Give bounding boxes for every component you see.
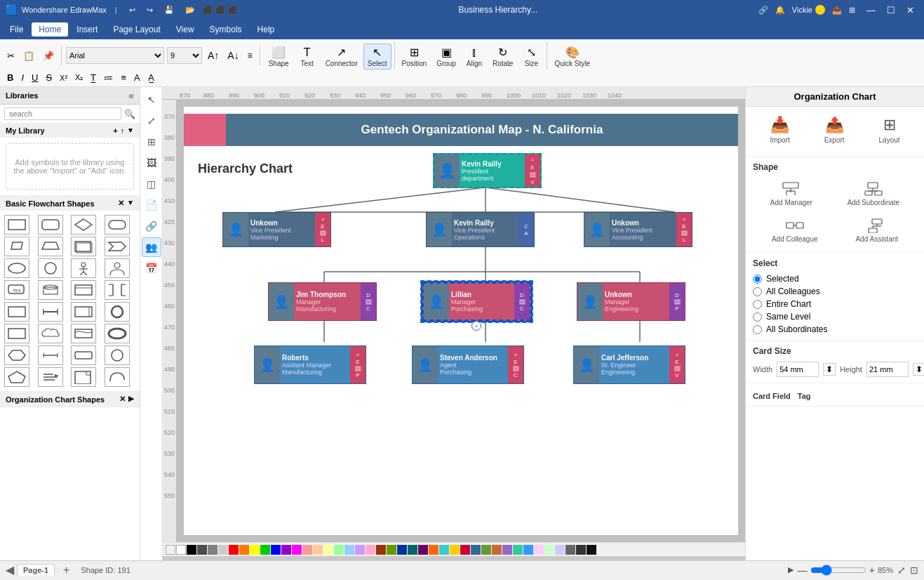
height-input[interactable] xyxy=(866,362,909,377)
font-family-select[interactable]: Arial Times New Roman Calibri xyxy=(66,47,164,64)
minimize-icon[interactable]: — xyxy=(862,4,880,17)
prev-page-btn[interactable]: ◀ xyxy=(6,563,14,576)
side-grid-icon[interactable]: ⊞ xyxy=(142,132,161,152)
text-tool-btn[interactable]: T Text xyxy=(295,44,320,70)
quick-style-btn[interactable]: 🎨 Quick Style xyxy=(550,44,594,70)
pale-pink-swatch[interactable] xyxy=(534,545,544,555)
shape-cylinder[interactable] xyxy=(38,280,63,300)
shape-lines[interactable] xyxy=(38,367,63,387)
import-btn[interactable]: 📥 Import xyxy=(763,112,796,147)
org-node-mgr1[interactable]: 👤 Jim Thompson Manager Manufacturing D▢C xyxy=(268,282,377,321)
shape-tool-btn[interactable]: ⬜ Shape xyxy=(265,44,293,70)
red-swatch[interactable] xyxy=(229,545,239,555)
bullet-btn[interactable]: ≡ xyxy=(118,71,129,84)
entire-chart-radio[interactable] xyxy=(753,300,762,309)
bell-icon[interactable]: 🔔 xyxy=(775,6,785,15)
green-swatch[interactable] xyxy=(260,545,270,555)
steel-blue-swatch[interactable] xyxy=(471,545,481,555)
menu-view[interactable]: View xyxy=(169,22,201,37)
text-style-btn[interactable]: T̲ xyxy=(88,71,99,84)
near-black-swatch[interactable] xyxy=(587,545,596,555)
share-btn[interactable]: 📤 xyxy=(832,6,842,15)
org-node-mgr3[interactable]: 👤 Unkown Manager Engineering D▢P xyxy=(577,282,685,321)
dark-purple-swatch[interactable] xyxy=(418,545,428,555)
shape-circle2[interactable] xyxy=(105,345,130,365)
add-manager-btn[interactable]: Add Manager xyxy=(765,178,817,210)
add-assistant-btn[interactable]: Add Assistant xyxy=(850,214,903,246)
side-links-icon[interactable]: 🔗 xyxy=(142,216,161,236)
side-timeline-icon[interactable]: 📅 xyxy=(142,258,161,278)
menu-help[interactable]: Help xyxy=(250,22,282,37)
close-org-chart[interactable]: ✕ xyxy=(119,395,126,404)
shape-trapezoid[interactable] xyxy=(38,237,63,256)
add-colleague-btn[interactable]: Add Colleague xyxy=(767,214,823,246)
all-subordinates-option[interactable]: All Subordinates xyxy=(753,324,917,334)
yellow-swatch[interactable] xyxy=(250,545,260,555)
add-subordinate-btn[interactable]: Add Subordinate xyxy=(843,178,905,210)
entire-chart-option[interactable]: Entire Chart xyxy=(753,299,917,309)
side-image-icon[interactable]: 🖼 xyxy=(142,153,161,173)
moss-swatch[interactable] xyxy=(481,545,491,555)
dark-charcoal-swatch[interactable] xyxy=(576,545,586,555)
org-node-mgr2[interactable]: 👤 Lillian Manager Purchasing D▢C xyxy=(422,282,531,321)
shape-dbl-arrow[interactable] xyxy=(38,345,63,365)
gold-swatch[interactable] xyxy=(450,545,460,555)
shape-arc[interactable] xyxy=(105,367,130,387)
light-yellow-swatch[interactable] xyxy=(323,545,333,555)
blue-swatch[interactable] xyxy=(271,545,281,555)
font-size-select[interactable]: 91011121416 xyxy=(167,47,202,64)
undo-btn[interactable]: ↩ xyxy=(126,4,139,16)
violet-swatch[interactable] xyxy=(502,545,512,555)
medium-gray-swatch[interactable] xyxy=(565,545,575,555)
shape-rect[interactable] xyxy=(4,215,29,235)
menu-page-layout[interactable]: Page Layout xyxy=(106,22,167,37)
width-input[interactable] xyxy=(777,362,819,377)
dark-orange-swatch[interactable] xyxy=(429,545,438,555)
shape-rect4[interactable] xyxy=(71,345,96,365)
cut-btn[interactable]: ✂ xyxy=(4,49,18,62)
pale-green-swatch[interactable] xyxy=(544,545,554,555)
rotate-btn[interactable]: ↻ Rotate xyxy=(488,44,517,70)
save-icon[interactable]: 💾 xyxy=(161,4,178,16)
group-btn[interactable]: ▣ Group xyxy=(432,44,460,70)
lavender-swatch[interactable] xyxy=(355,545,365,555)
menu-insert[interactable]: Insert xyxy=(69,22,105,37)
same-level-option[interactable]: Same Level xyxy=(753,312,917,322)
teal-swatch[interactable] xyxy=(408,545,417,555)
peach-swatch[interactable] xyxy=(313,545,323,555)
strikethrough-btn[interactable]: S xyxy=(43,71,55,84)
shape-bold-circle[interactable] xyxy=(105,302,130,322)
menu-symbols[interactable]: Symbols xyxy=(203,22,249,37)
zoom-in-btn[interactable]: + xyxy=(869,565,875,576)
side-org-icon[interactable]: 👥 xyxy=(142,237,161,257)
org-node-vp2[interactable]: 👤 Kevin Railly Vice President Operations… xyxy=(426,212,535,247)
diagram-area[interactable]: Gentech Organizational Map - N. Californ… xyxy=(177,100,745,542)
shape-rounded-rect2[interactable] xyxy=(105,215,130,235)
font-increase-btn[interactable]: A↑ xyxy=(205,48,222,62)
shape-wave-rect[interactable] xyxy=(71,324,96,343)
side-expand-icon[interactable]: ⤢ xyxy=(142,111,161,131)
shape-hexagon[interactable] xyxy=(4,345,29,365)
gray-swatch[interactable] xyxy=(208,545,217,555)
align-btn[interactable]: ≡ xyxy=(245,49,255,62)
crimson-swatch[interactable] xyxy=(460,545,470,555)
selected-option[interactable]: Selected xyxy=(753,274,917,284)
shape-rect-scroll[interactable] xyxy=(71,302,96,322)
add-page-btn[interactable]: + xyxy=(59,564,74,576)
bold-btn[interactable]: B xyxy=(4,71,16,84)
all-colleagues-option[interactable]: All Colleagues xyxy=(753,286,917,296)
black-swatch[interactable] xyxy=(187,545,196,555)
seafoam-swatch[interactable] xyxy=(513,545,523,555)
org-node-vp1[interactable]: 👤 Unkown Vice President Marketing =E▢L xyxy=(222,212,331,247)
connector-tool-btn[interactable]: ↗ Connector xyxy=(321,44,362,70)
shape-note[interactable] xyxy=(71,367,96,387)
height-stepper[interactable]: ⬍ xyxy=(913,363,924,376)
shape-rect-plain[interactable] xyxy=(4,302,29,322)
import-lib-icon[interactable]: ↑ xyxy=(121,126,125,135)
brown-swatch[interactable] xyxy=(376,545,386,555)
zoom-out-btn[interactable]: — xyxy=(798,565,808,576)
select-tool-btn[interactable]: ↖ Select xyxy=(363,44,391,70)
export-btn[interactable]: 📤 Export xyxy=(818,112,851,147)
play-btn[interactable]: ▶ xyxy=(788,565,794,574)
menu-file[interactable]: File xyxy=(3,22,30,37)
